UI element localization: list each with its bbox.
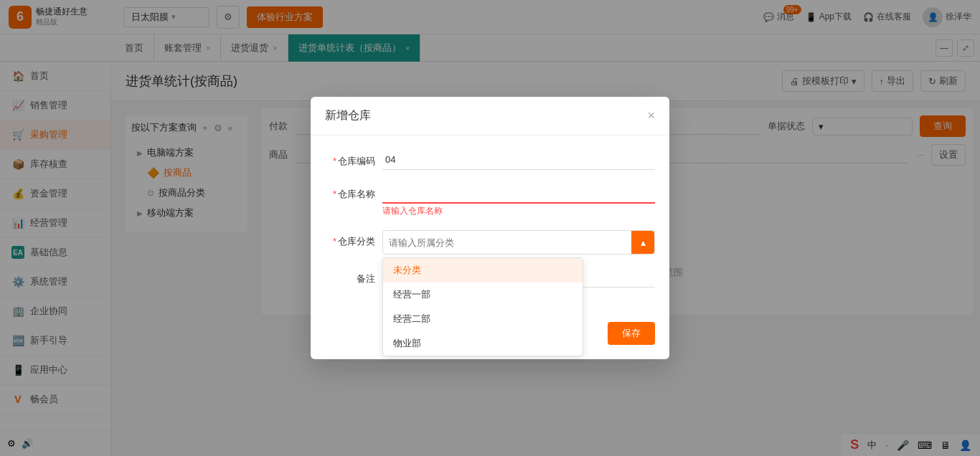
remark-label: 备注 <box>325 267 382 285</box>
category-control: ▴ 未分类 经营一部 经营二部 物业部 <box>382 230 655 255</box>
dropdown-item-2[interactable]: 经营二部 <box>383 307 583 331</box>
name-input[interactable] <box>382 183 655 204</box>
name-control: 请输入仓库名称 <box>382 183 655 217</box>
dialog-body: 仓库编码 仓库名称 请输入仓库名称 仓库分类 ▴ <box>311 136 669 315</box>
form-row-name: 仓库名称 请输入仓库名称 <box>325 183 655 217</box>
category-dropdown: 未分类 经营一部 经营二部 物业部 <box>382 257 583 356</box>
form-row-category: 仓库分类 ▴ 未分类 经营一部 经营二部 物业部 <box>325 230 655 255</box>
overlay: 新增仓库 × 仓库编码 仓库名称 请输入仓库名称 仓库分类 <box>0 0 980 456</box>
code-control <box>382 150 655 170</box>
form-row-code: 仓库编码 <box>325 150 655 170</box>
dropdown-item-0[interactable]: 未分类 <box>383 258 583 282</box>
category-label: 仓库分类 <box>325 230 382 248</box>
category-input-wrap: ▴ <box>382 230 655 255</box>
code-label: 仓库编码 <box>325 150 382 168</box>
new-warehouse-dialog: 新增仓库 × 仓库编码 仓库名称 请输入仓库名称 仓库分类 <box>311 97 669 359</box>
code-input[interactable] <box>382 150 655 170</box>
dialog-close-btn[interactable]: × <box>647 108 655 123</box>
name-label: 仓库名称 <box>325 183 382 201</box>
save-button[interactable]: 保存 <box>608 322 655 345</box>
dialog-title: 新增仓库 <box>325 108 371 123</box>
category-input[interactable] <box>383 233 631 252</box>
name-error-msg: 请输入仓库名称 <box>382 205 655 217</box>
dialog-header: 新增仓库 × <box>311 97 669 136</box>
category-toggle-btn[interactable]: ▴ <box>631 231 654 254</box>
dropdown-item-1[interactable]: 经营一部 <box>383 282 583 307</box>
dropdown-item-3[interactable]: 物业部 <box>383 331 583 356</box>
